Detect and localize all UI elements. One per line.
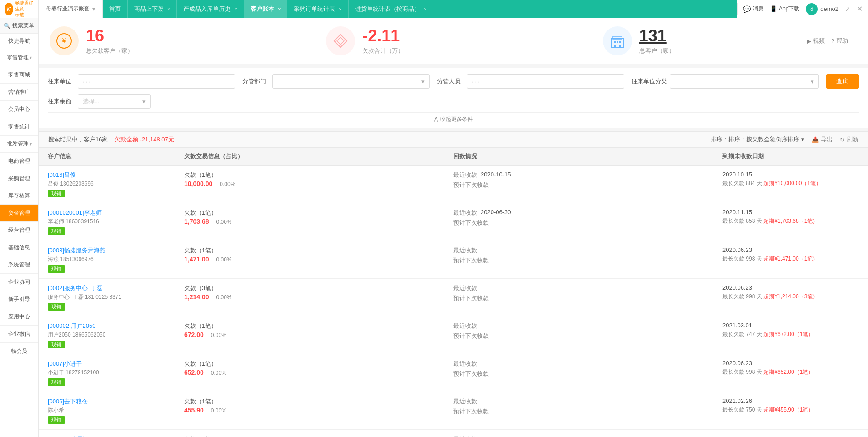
yuan-icon: ¥ <box>56 33 72 49</box>
owe-amount: 10,000.00 <box>184 180 212 187</box>
tab-purchase-order[interactable]: 采购订单统计表 × <box>287 0 348 18</box>
customer-name-link[interactable]: [000002]用户2050 <box>48 322 184 330</box>
table-row: [0007]小进干 小进干 18279152100 现销 欠款（1笔） 652.… <box>39 354 868 392</box>
customer-name-link[interactable]: [0002]服务中心_丁磊 <box>48 284 184 292</box>
dept-select[interactable]: ▾ <box>272 74 430 89</box>
due-date-info: 2020.12.30 最长欠款 808 天 超期¥429.00（1笔） <box>722 435 859 437</box>
dept-label: 分管部门 <box>242 77 270 85</box>
overdue-link[interactable]: 超期¥672.00（1笔） <box>763 331 813 337</box>
search-menu[interactable]: 🔍 搜索菜单 <box>0 18 38 34</box>
collapse-row[interactable]: ⋀ 收起更多条件 <box>48 112 859 126</box>
sidebar-item-finance[interactable]: 资金管理 <box>0 205 38 222</box>
sidebar-item-retail-mgmt[interactable]: 零售管理▾ <box>0 49 38 66</box>
sidebar-item-retail-stats[interactable]: 零售统计 <box>0 118 38 136</box>
owe-percent: 0.00% <box>220 181 235 187</box>
message-btn[interactable]: 💬 消息 <box>743 5 763 13</box>
overdue-link[interactable]: 超期¥1,703.68（1笔） <box>763 218 818 224</box>
sidebar-item-retail-store[interactable]: 零售商城 <box>0 66 38 84</box>
sidebar-item-ecommerce[interactable]: 电商管理 <box>0 153 38 170</box>
unit-category-select[interactable]: ▾ <box>670 74 819 89</box>
owe-info: 欠款（1笔） 429.00 0.00% <box>184 435 453 437</box>
overdue-link[interactable]: 超期¥652.00（1笔） <box>763 369 813 375</box>
payback-info: 最近收款 预计下次收款 <box>453 322 722 348</box>
video-btn[interactable]: ▶ 视频 <box>807 37 825 45</box>
tab-product-shelf[interactable]: 商品上下架 × <box>128 0 177 18</box>
results-summary: 搜索结果中，客户16家 <box>48 136 108 143</box>
due-date-info: 2020.11.15 最长欠款 853 天 超期¥1,703.68（1笔） <box>722 209 859 235</box>
quick-nav[interactable]: 快捷导航 <box>0 34 38 49</box>
sidebar-item-new-guide[interactable]: 新手引导 <box>0 291 38 308</box>
tab-home[interactable]: 首页 <box>103 0 128 18</box>
help-btn[interactable]: ? 帮助 <box>831 37 848 45</box>
svg-rect-6 <box>614 41 616 43</box>
building-icon <box>609 33 626 49</box>
payback-info: 最近收款 预计下次收款 <box>453 246 722 273</box>
close-icon[interactable]: × <box>167 6 170 12</box>
customer-name-link[interactable]: [000001]黄思源 <box>48 435 184 437</box>
sidebar-item-enterprise[interactable]: 企业协同 <box>0 274 38 291</box>
logo-area: 好 畅捷通好生意 示范 <box>0 0 39 18</box>
tab-product-history[interactable]: 产成品入库单历史 × <box>177 0 244 18</box>
owe-count: 欠款（1笔） <box>184 209 453 217</box>
sidebar-item-operations[interactable]: 经营管理 <box>0 222 38 239</box>
export-btn[interactable]: 📤 导出 <box>812 136 833 144</box>
sidebar-item-marketing[interactable]: 营销推广 <box>0 84 38 101</box>
sidebar-item-inventory[interactable]: 库存核算 <box>0 187 38 205</box>
owe-total-label: 欠款合计（万） <box>362 47 404 55</box>
sidebar-item-vip[interactable]: 畅会员 <box>0 343 38 360</box>
incoming-unit-input[interactable]: ··· <box>78 74 235 89</box>
customer-name-link[interactable]: [0006]去下粮仓 <box>48 397 184 406</box>
tab-customer-account[interactable]: 客户账本 × <box>244 0 287 18</box>
owe-percent: 0.00% <box>216 219 232 225</box>
customer-contact: 李老师 18600391516 <box>48 218 184 226</box>
sidebar-item-corp-wechat[interactable]: 企业微信 <box>0 326 38 343</box>
due-date-info: 2021.03.01 最长欠款 747 天 超期¥672.00（1笔） <box>722 322 859 348</box>
balance-select[interactable]: 选择... ▾ <box>78 94 151 109</box>
incoming-unit-label: 往来单位 <box>48 77 75 85</box>
sidebar-item-app-center[interactable]: 应用中心 <box>0 308 38 326</box>
customer-name-link[interactable]: [0001020001]李老师 <box>48 209 184 217</box>
due-date-info: 2021.02.26 最长欠款 750 天 超期¥455.90（1笔） <box>722 397 859 424</box>
diamond-icon <box>332 33 349 49</box>
owe-customers-label: 总欠款客户（家） <box>86 47 133 55</box>
close-icon[interactable]: × <box>424 6 426 12</box>
overdue-link[interactable]: 超期¥1,471.00（1笔） <box>763 256 818 262</box>
app-download-btn[interactable]: 📱 App下载 <box>770 5 799 13</box>
owe-amount-summary: 欠款金额 -21,148.07元 <box>115 136 174 143</box>
window-close-btn[interactable]: ✕ <box>857 5 863 13</box>
close-icon[interactable]: × <box>278 6 281 12</box>
customer-name-link[interactable]: [0016]吕俊 <box>48 171 184 179</box>
window-expand-btn[interactable]: ⤢ <box>845 5 850 13</box>
stat-total-customers: 131 总客户（家） ▶ 视频 ? 帮助 <box>592 18 868 64</box>
svg-rect-7 <box>617 41 618 43</box>
sidebar-item-basic-info[interactable]: 基础信息 <box>0 239 38 256</box>
overdue-link[interactable]: 超期¥455.90（1笔） <box>763 407 813 413</box>
customer-info: [0001020001]李老师 李老师 18600391516 现销 <box>48 209 184 235</box>
sort-label[interactable]: 排序：排序：按欠款金额倒序排序 ▾ <box>711 136 804 144</box>
last-payment-date: 2020-10-15 <box>481 171 511 179</box>
col-header-due: 到期未收款日期 <box>722 152 859 161</box>
customer-info: [000002]用户2050 用户2050 18665062050 现销 <box>48 322 184 348</box>
sidebar-item-member[interactable]: 会员中心 <box>0 101 38 118</box>
user-avatar[interactable]: d demo2 <box>806 3 838 15</box>
table-row: [0016]吕俊 吕俊 13026203696 现销 欠款（1笔） 10,000… <box>39 166 868 203</box>
person-input[interactable]: ··· <box>467 74 624 89</box>
overdue-link[interactable]: 超期¥1,214.00（3笔） <box>763 293 818 300</box>
overdue-days: 最长欠款 884 天 <box>722 180 762 186</box>
query-button[interactable]: 查询 <box>826 74 859 89</box>
refresh-btn[interactable]: ↻ 刷新 <box>840 136 858 144</box>
customer-name-link[interactable]: [0003]畅捷服务尹海燕 <box>48 246 184 255</box>
sidebar-item-purchase[interactable]: 采购管理 <box>0 170 38 187</box>
balance-label: 往来余额 <box>48 97 75 105</box>
owe-count: 欠款（1笔） <box>184 171 453 179</box>
company-selector[interactable]: 母婴行业演示账套 ▾ <box>39 0 103 18</box>
overdue-link[interactable]: 超期¥10,000.00（1笔） <box>763 180 821 186</box>
close-icon[interactable]: × <box>234 6 237 12</box>
sidebar-item-batch-mgmt[interactable]: 批发管理▾ <box>0 136 38 153</box>
customer-info: [0002]服务中心_丁磊 服务中心_丁磊 181 0125 8371 现销 <box>48 284 184 311</box>
owe-amount: 1,703.68 <box>184 218 209 225</box>
tab-purchase-stats[interactable]: 进货单统计表（按商品） × <box>349 0 433 18</box>
customer-name-link[interactable]: [0007]小进干 <box>48 360 184 368</box>
sidebar-item-system[interactable]: 系统管理 <box>0 256 38 274</box>
close-icon[interactable]: × <box>339 6 341 12</box>
